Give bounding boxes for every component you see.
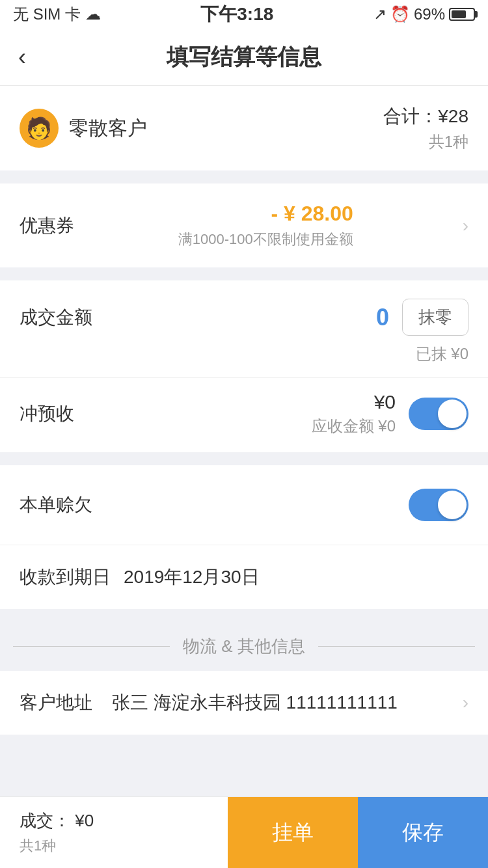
due-date-label: 收款到期日 bbox=[20, 565, 111, 590]
location-icon: ↗ bbox=[373, 5, 386, 23]
due-date-value: 2019年12月30日 bbox=[124, 565, 260, 590]
customer-row: 🧑 零散客户 合计：¥28 共1种 bbox=[0, 86, 488, 170]
pre-receive-label: 冲预收 bbox=[20, 401, 74, 426]
customer-left: 🧑 零散客户 bbox=[20, 109, 147, 148]
coupon-row[interactable]: 优惠券 - ¥ 28.00 满1000-100不限制使用金额 › bbox=[0, 183, 488, 267]
amount-row: 成交金额 0 抹零 bbox=[0, 280, 488, 344]
footer: 成交： ¥0 共1种 挂单 保存 bbox=[0, 796, 488, 868]
amount-value-area: 0 抹零 bbox=[363, 299, 468, 336]
status-time: 下午3:18 bbox=[200, 2, 273, 27]
amount-sub: 已抹 ¥0 bbox=[0, 344, 488, 377]
address-section[interactable]: 客户地址 张三 海淀永丰科技园 11111111111 › bbox=[0, 671, 488, 735]
debt-row: 本单赊欠 bbox=[0, 465, 488, 545]
logistics-header-inner: 物流 & 其他信息 bbox=[13, 635, 475, 658]
toggle-knob bbox=[438, 400, 467, 428]
coupon-label: 优惠券 bbox=[20, 213, 74, 238]
alarm-icon: ⏰ bbox=[390, 5, 410, 23]
page-title: 填写结算等信息 bbox=[167, 42, 321, 72]
round-button[interactable]: 抹零 bbox=[402, 299, 468, 336]
pre-amount-sub: 应收金额 ¥0 bbox=[312, 416, 396, 437]
logistics-section-label: 物流 & 其他信息 bbox=[183, 635, 305, 658]
amount-value: 0 bbox=[363, 304, 389, 331]
footer-deal-amount: 成交： ¥0 bbox=[20, 809, 208, 832]
debt-toggle[interactable] bbox=[409, 489, 468, 521]
customer-section: 🧑 零散客户 合计：¥28 共1种 bbox=[0, 86, 488, 170]
amount-section: 成交金额 0 抹零 已抹 ¥0 冲预收 ¥0 应收金额 ¥0 bbox=[0, 280, 488, 452]
avatar-icon: 🧑 bbox=[26, 116, 52, 141]
address-chevron-icon: › bbox=[463, 692, 468, 713]
address-row[interactable]: 客户地址 张三 海淀永丰科技园 11111111111 › bbox=[0, 671, 488, 735]
pre-right: ¥0 应收金额 ¥0 bbox=[312, 391, 468, 437]
avatar: 🧑 bbox=[20, 109, 59, 148]
battery-icon bbox=[449, 8, 475, 21]
pre-amounts: ¥0 应收金额 ¥0 bbox=[312, 391, 396, 437]
logistics-line-right bbox=[318, 646, 475, 647]
coupon-right: - ¥ 28.00 满1000-100不限制使用金额 bbox=[178, 202, 353, 249]
customer-total: 合计：¥28 bbox=[383, 104, 468, 129]
save-button[interactable]: 保存 bbox=[358, 797, 488, 868]
customer-name: 零散客户 bbox=[69, 115, 147, 142]
due-date-row: 收款到期日 2019年12月30日 bbox=[0, 545, 488, 609]
pre-receive-row: 冲预收 ¥0 应收金额 ¥0 bbox=[0, 377, 488, 452]
address-label: 客户地址 bbox=[20, 690, 92, 715]
debt-toggle-knob bbox=[438, 491, 467, 519]
status-right: ↗ ⏰ 69% bbox=[373, 5, 475, 23]
nav-bar: ‹ 填写结算等信息 bbox=[0, 29, 488, 86]
battery-percent: 69% bbox=[414, 5, 445, 23]
debt-label: 本单赊欠 bbox=[20, 493, 92, 517]
coupon-section[interactable]: 优惠券 - ¥ 28.00 满1000-100不限制使用金额 › bbox=[0, 183, 488, 267]
battery-fill bbox=[452, 10, 466, 18]
hold-button[interactable]: 挂单 bbox=[228, 797, 358, 868]
coupon-chevron-icon: › bbox=[463, 215, 468, 236]
address-value: 张三 海淀永丰科技园 11111111111 bbox=[112, 690, 457, 715]
coupon-discount: - ¥ 28.00 bbox=[178, 202, 353, 226]
logistics-line-left bbox=[13, 646, 170, 647]
logistics-header: 物流 & 其他信息 bbox=[0, 622, 488, 671]
coupon-desc: 满1000-100不限制使用金额 bbox=[178, 230, 353, 249]
pre-amount-main: ¥0 bbox=[312, 391, 396, 413]
customer-right: 合计：¥28 共1种 bbox=[383, 104, 468, 152]
footer-info: 成交： ¥0 共1种 bbox=[0, 797, 228, 868]
pre-receive-toggle[interactable] bbox=[409, 398, 468, 430]
signal-text: 无 SIM 卡 ☁ bbox=[13, 4, 101, 25]
status-left: 无 SIM 卡 ☁ bbox=[13, 4, 101, 25]
back-button[interactable]: ‹ bbox=[18, 44, 26, 71]
customer-count: 共1种 bbox=[383, 131, 468, 152]
amount-label: 成交金额 bbox=[20, 305, 92, 330]
debt-section: 本单赊欠 收款到期日 2019年12月30日 bbox=[0, 465, 488, 609]
status-bar: 无 SIM 卡 ☁ 下午3:18 ↗ ⏰ 69% bbox=[0, 0, 488, 29]
footer-count: 共1种 bbox=[20, 836, 208, 856]
